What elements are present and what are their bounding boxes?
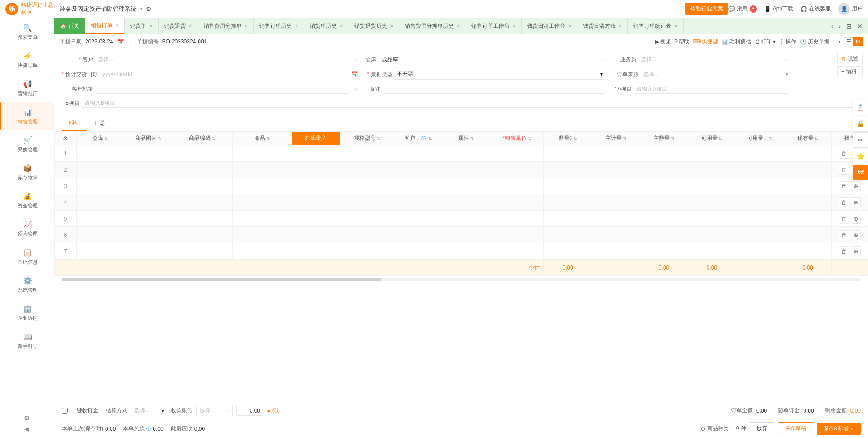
row-3-delete-button[interactable]: 🗑 bbox=[839, 181, 849, 191]
th-warehouse[interactable]: 仓库⇅ bbox=[76, 132, 124, 145]
th-available[interactable]: 可用量⇅ bbox=[688, 132, 736, 145]
customer-input[interactable] bbox=[96, 55, 349, 64]
tab-close-sales-order-history[interactable]: ✕ bbox=[295, 24, 298, 29]
warehouse-more-icon[interactable]: ··· bbox=[600, 57, 605, 63]
th-customer-code[interactable]: 客户... ⓘ ⇅ bbox=[394, 132, 442, 145]
th-main-unit[interactable]: 主计量⇅ bbox=[592, 132, 640, 145]
sidebar-item-base-info[interactable]: 📋 基础信息 bbox=[0, 243, 54, 271]
order-source-input[interactable] bbox=[641, 70, 783, 79]
tab-next-button[interactable]: › bbox=[837, 22, 843, 31]
row-3-copy-button[interactable]: ⊕ bbox=[851, 181, 861, 191]
tab-sales-stats[interactable]: 销售订单统计表 ✕ bbox=[628, 18, 684, 34]
list-view-button[interactable]: ☰ bbox=[844, 37, 853, 46]
th-qty2[interactable]: 数量2⇅ bbox=[544, 132, 592, 145]
row-4-delete-button[interactable]: 🗑 bbox=[839, 197, 849, 207]
address-more-icon[interactable]: ··· bbox=[354, 86, 358, 92]
shortcuts-button[interactable]: ⌨ 快捷键 bbox=[693, 38, 718, 46]
invoice-select[interactable]: 不开票 ▾ bbox=[395, 69, 605, 80]
scrollbar-thumb[interactable] bbox=[62, 278, 381, 281]
nav-prev-icon[interactable]: ‹ bbox=[833, 39, 835, 45]
th-settings[interactable]: ⚙ bbox=[55, 132, 77, 145]
th-available2[interactable]: 可用量...⇅ bbox=[736, 132, 784, 145]
tab-close-daily-clear[interactable]: ✕ bbox=[568, 24, 572, 29]
save-new-button[interactable]: 保存&新增 ∨ bbox=[817, 423, 861, 435]
tab-close-all-button[interactable]: ✕ bbox=[855, 22, 864, 31]
delivery-date-input[interactable] bbox=[101, 70, 348, 79]
th-image[interactable]: 商品图片⇅ bbox=[124, 132, 172, 145]
dropdown-arrow-icon[interactable]: ▾ bbox=[140, 6, 142, 11]
industry-button[interactable]: 体验行业方案 bbox=[685, 3, 728, 15]
row-1-delete-button[interactable]: 🗑 bbox=[839, 149, 849, 159]
tab-daily-clear[interactable]: 钱货日清工作台 ✕ bbox=[522, 18, 577, 34]
b-project-input[interactable] bbox=[82, 98, 861, 108]
side-float-btn-2[interactable]: 🔒 bbox=[853, 116, 868, 131]
sidebar-item-enterprise[interactable]: 🏢 企业协同 bbox=[0, 299, 54, 327]
settings-button[interactable]: ⚙ 设置 bbox=[837, 53, 863, 64]
tab-sales-order[interactable]: 销售订单 ✕ bbox=[85, 18, 125, 34]
tab-menu-button[interactable]: ⊞ bbox=[844, 22, 853, 31]
remark-input[interactable] bbox=[383, 84, 605, 94]
row-5-delete-button[interactable]: 🗑 bbox=[839, 214, 849, 224]
sidebar-item-inventory[interactable]: 📦 库存核算 bbox=[0, 159, 54, 187]
tab-sales-return[interactable]: 销货退货 ✕ bbox=[159, 18, 198, 34]
tab-home[interactable]: 🏠 首页 bbox=[54, 18, 85, 34]
tab-close-sales-expense[interactable]: ✕ bbox=[244, 24, 248, 29]
tab-sales-expense-history[interactable]: 销售费用分摊单历史 ✕ bbox=[399, 18, 466, 34]
nav-next-icon[interactable]: › bbox=[839, 39, 840, 45]
grid-view-button[interactable]: ⊞ bbox=[853, 37, 863, 46]
sidebar-item-finance[interactable]: 💰 资金管理 bbox=[0, 187, 54, 215]
one-click-deposit-checkbox[interactable] bbox=[62, 408, 68, 414]
th-main-qty[interactable]: 主数量⇅ bbox=[640, 132, 688, 145]
horizontal-scrollbar[interactable] bbox=[54, 276, 868, 283]
account-select[interactable]: 选择... ··· bbox=[196, 405, 233, 416]
salesman-more-icon[interactable]: ··· bbox=[784, 57, 788, 63]
tab-sales-workbench[interactable]: 销售订单工作台 ✕ bbox=[466, 18, 522, 34]
print-button[interactable]: 🖨 打印 ▾ bbox=[755, 38, 776, 46]
tab-sales-expense[interactable]: 销售费用分摊单 ✕ bbox=[198, 18, 254, 34]
tab-daily-reconcile[interactable]: 钱货日清对账 ✕ bbox=[577, 18, 628, 34]
th-unit[interactable]: *销售单位⇅ bbox=[490, 132, 544, 145]
sidebar-item-sales[interactable]: 📊 销售管理 bbox=[0, 102, 54, 130]
row-7-delete-button[interactable]: 🗑 bbox=[839, 246, 849, 256]
this-debt-info-icon[interactable]: ⓘ bbox=[146, 426, 151, 432]
sidebar-collapse-button[interactable]: ◀ bbox=[24, 425, 29, 433]
row-5-copy-button[interactable]: ⊕ bbox=[851, 214, 861, 224]
row-6-delete-button[interactable]: 🗑 bbox=[839, 230, 849, 240]
side-float-btn-5[interactable]: 🗺 bbox=[853, 165, 868, 180]
sidebar-item-operations[interactable]: 📈 经营管理 bbox=[0, 215, 54, 243]
tab-close-sales-stats[interactable]: ✕ bbox=[674, 24, 678, 29]
row-7-copy-button[interactable]: ⊕ bbox=[851, 246, 861, 256]
sidebar-item-search[interactable]: 🔍 搜索菜单 bbox=[0, 18, 54, 46]
sidebar-settings-button[interactable]: ⚙ bbox=[24, 414, 30, 422]
row-4-copy-button[interactable]: ⊕ bbox=[851, 197, 861, 207]
tab-sales-bill[interactable]: 销货单 ✕ bbox=[125, 18, 159, 34]
help-button[interactable]: ? 帮助 bbox=[674, 38, 689, 46]
discard-button[interactable]: 放弃 bbox=[750, 422, 774, 435]
add-payment-button[interactable]: ● 添加 bbox=[267, 407, 282, 414]
app-download-button[interactable]: 📱 App下载 bbox=[764, 5, 793, 13]
customer-more-icon[interactable]: ··· bbox=[354, 57, 358, 63]
th-spec[interactable]: 规格型号⇅ bbox=[340, 132, 394, 145]
tab-sales-order-history[interactable]: 销售订单历史 ✕ bbox=[254, 18, 304, 34]
th-code[interactable]: 商品编码⇅ bbox=[172, 132, 232, 145]
history-button[interactable]: 🕐 历史单据 bbox=[800, 38, 829, 46]
account-more-icon[interactable]: ··· bbox=[225, 408, 229, 414]
row-6-copy-button[interactable]: ⊕ bbox=[851, 230, 861, 240]
salesman-input[interactable] bbox=[639, 55, 779, 64]
side-float-btn-4[interactable]: ⭐ bbox=[853, 149, 868, 164]
message-button[interactable]: 💬 消息 8 bbox=[728, 5, 757, 13]
tab-close-sales-return-history[interactable]: ✕ bbox=[390, 24, 393, 29]
operations-button[interactable]: ⋮ 操作 bbox=[779, 38, 796, 46]
sidebar-item-marketing[interactable]: 📢 营销推广 bbox=[0, 74, 54, 102]
tab-close-daily-reconcile[interactable]: ✕ bbox=[618, 24, 622, 29]
side-float-btn-3[interactable]: ✏ bbox=[853, 132, 868, 148]
profit-button[interactable]: 📊 毛利预估 bbox=[722, 38, 751, 46]
row-2-delete-button[interactable]: 🗑 bbox=[839, 165, 849, 175]
deposit-amount-input[interactable] bbox=[236, 406, 263, 416]
tab-close-sales-workbench[interactable]: ✕ bbox=[512, 24, 516, 29]
tab-summary[interactable]: 汇总 bbox=[87, 117, 112, 131]
tab-sales-return-history[interactable]: 销货退货历史 ✕ bbox=[349, 18, 399, 34]
tab-detail[interactable]: 明细 bbox=[62, 117, 87, 131]
online-service-button[interactable]: 🎧 在线客服 bbox=[800, 5, 831, 13]
tab-sales-bill-history[interactable]: 销货单历史 ✕ bbox=[304, 18, 349, 34]
